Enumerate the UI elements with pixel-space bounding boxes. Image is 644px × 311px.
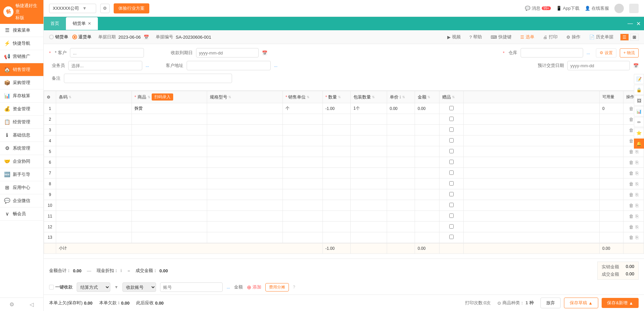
toolbar-video[interactable]: ▶ 视频 <box>445 33 463 41</box>
tab-close-icon[interactable]: ✕ <box>88 21 91 26</box>
row-gift[interactable] <box>439 200 464 211</box>
delete-row-icon[interactable]: 🗑 <box>629 203 634 208</box>
row-barcode[interactable] <box>56 125 132 135</box>
sidebar-item-weixin[interactable]: 💬 企业微信 <box>0 194 43 207</box>
customer-input[interactable] <box>70 48 144 57</box>
row-remark[interactable] <box>464 135 600 146</box>
row-qty[interactable] <box>323 200 351 211</box>
row-remark[interactable] <box>464 200 600 211</box>
toolbar-operate[interactable]: ⚙ 操作 <box>564 33 582 41</box>
row-price[interactable] <box>387 189 415 200</box>
copy-row-icon[interactable]: ⎘ <box>636 213 638 219</box>
logistics-btn[interactable]: + 物流 <box>620 48 639 57</box>
due-date-calendar-icon[interactable]: 📅 <box>262 50 267 55</box>
scan-barcode-btn[interactable]: 扫码录入 <box>152 93 173 101</box>
row-qty[interactable]: -1.00 <box>323 103 351 114</box>
row-remark[interactable] <box>464 168 600 179</box>
sidebar-item-search[interactable]: ☰ 搜索菜单 <box>0 24 43 37</box>
sidebar-footer-collapse[interactable]: ◁ <box>23 301 40 308</box>
toolbar-help[interactable]: ? 帮助 <box>467 33 484 41</box>
row-product[interactable] <box>131 146 207 157</box>
row-product[interactable] <box>131 179 207 189</box>
warehouse-more[interactable]: ... <box>586 50 590 55</box>
account-more[interactable]: ... <box>227 285 230 289</box>
user-avatar[interactable] <box>614 4 624 13</box>
row-spec[interactable] <box>207 222 283 232</box>
salesperson-more[interactable]: ... <box>146 63 149 68</box>
row-barcode[interactable] <box>56 114 132 125</box>
side-tool-table[interactable]: 📊 <box>634 106 644 116</box>
row-price[interactable] <box>387 168 415 179</box>
row-gift[interactable] <box>439 146 464 157</box>
account-number-input[interactable] <box>160 282 223 292</box>
row-remark[interactable] <box>464 211 600 222</box>
delete-row-icon[interactable]: 🗑 <box>629 224 634 230</box>
copy-row-icon[interactable]: ⎘ <box>636 235 638 240</box>
sidebar-item-inventory[interactable]: 📊 库存核算 <box>0 89 43 103</box>
row-remark[interactable] <box>464 103 600 114</box>
row-product[interactable] <box>131 157 207 168</box>
row-price[interactable] <box>387 157 415 168</box>
date-calendar-icon[interactable]: 📅 <box>144 35 149 40</box>
trial-button[interactable]: 体验行业方案 <box>114 3 149 13</box>
row-price[interactable] <box>387 179 415 189</box>
row-barcode[interactable] <box>56 157 132 168</box>
company-selector[interactable]: XXXXXX公司 ▼ <box>49 4 96 13</box>
row-barcode[interactable] <box>56 232 132 243</box>
row-barcode[interactable] <box>56 189 132 200</box>
one-click-pay-checkbox[interactable]: 一键收款 <box>49 284 73 290</box>
row-gift[interactable] <box>439 135 464 146</box>
toolbar-history[interactable]: 📄 历史单据 <box>587 33 615 41</box>
row-product[interactable] <box>131 189 207 200</box>
copy-row-icon[interactable]: ⎘ <box>636 203 638 208</box>
delete-row-icon[interactable]: 🗑 <box>629 138 634 144</box>
delete-row-icon[interactable]: 🗑 <box>629 181 634 187</box>
sidebar-item-finance[interactable]: 💰 资金管理 <box>0 103 43 116</box>
copy-row-icon[interactable]: ⎘ <box>636 170 638 176</box>
row-spec[interactable] <box>207 146 283 157</box>
sidebar-item-enterprise[interactable]: 🤝 企业协同 <box>0 155 43 168</box>
row-spec[interactable] <box>207 103 283 114</box>
tab-minimize-icon[interactable]: — <box>628 21 633 27</box>
copy-row-icon[interactable]: ⎘ <box>636 192 638 197</box>
row-gift[interactable] <box>439 168 464 179</box>
customer-addr-more[interactable]: ... <box>274 63 277 68</box>
settlement-select[interactable]: 结算方式 <box>77 282 110 292</box>
row-spec[interactable] <box>207 125 283 135</box>
row-product[interactable] <box>131 168 207 179</box>
settings-button[interactable]: ⚙ <box>100 4 110 13</box>
row-price[interactable]: 0.00 <box>387 103 415 114</box>
row-qty[interactable] <box>323 232 351 243</box>
side-tool-orange[interactable]: 🔔 <box>634 139 644 149</box>
save-new-button[interactable]: 保存&新增 ▲ <box>602 298 639 308</box>
row-remark[interactable] <box>464 146 600 157</box>
settings-btn[interactable]: ⚙ 设置 <box>596 48 616 57</box>
copy-row-icon[interactable]: ⎘ <box>636 160 638 165</box>
row-price[interactable] <box>387 232 415 243</box>
tab-home[interactable]: 首页 <box>44 17 66 30</box>
save-draft-dropdown-icon[interactable]: ▲ <box>589 301 593 306</box>
expected-date-input[interactable] <box>567 61 630 70</box>
row-gift[interactable] <box>439 125 464 135</box>
save-draft-button[interactable]: 保存草稿 ▲ <box>564 298 599 308</box>
messages-button[interactable]: 💬 消息 99+ <box>525 5 551 11</box>
row-qty[interactable] <box>323 146 351 157</box>
sidebar-item-purchase[interactable]: 📦 采购管理 <box>0 76 43 89</box>
sidebar-item-apps[interactable]: ⊞ 应用中心 <box>0 181 43 194</box>
row-spec[interactable] <box>207 211 283 222</box>
row-gift[interactable] <box>439 114 464 125</box>
side-tool-lock[interactable]: 🔒 <box>634 85 644 95</box>
sidebar-item-system[interactable]: ⚙ 系统管理 <box>0 142 43 155</box>
row-remark[interactable] <box>464 232 600 243</box>
app-download-button[interactable]: 📱 App下载 <box>556 5 579 11</box>
row-product[interactable] <box>131 135 207 146</box>
row-product[interactable] <box>131 103 207 114</box>
row-remark[interactable] <box>464 189 600 200</box>
sidebar-item-sales[interactable]: 🏠 销售管理 <box>0 63 43 76</box>
copy-row-icon[interactable]: ⎘ <box>636 181 638 187</box>
row-spec[interactable] <box>207 135 283 146</box>
copy-row-icon[interactable]: ⎘ <box>636 224 638 230</box>
toolbar-print[interactable]: 🖨 打印 <box>541 33 560 41</box>
toolbar-shortcut[interactable]: ⌨ 快捷键 <box>489 33 514 41</box>
discard-button[interactable]: 放弃 <box>540 298 561 308</box>
